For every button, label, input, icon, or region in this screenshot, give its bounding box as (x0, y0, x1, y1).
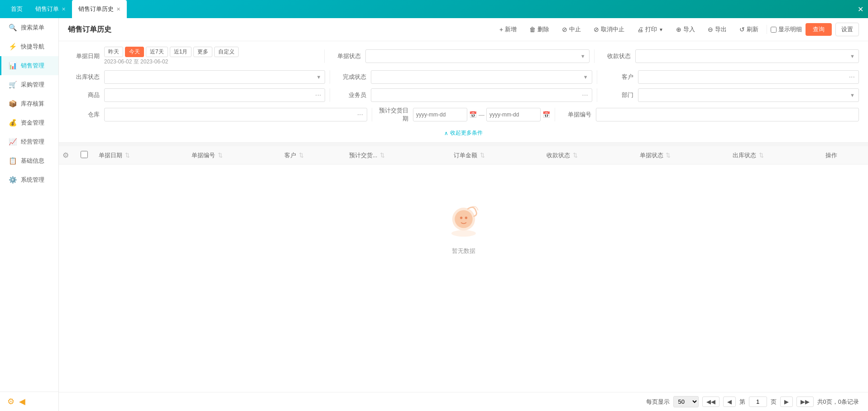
expected-date-from[interactable] (413, 108, 467, 121)
col-amount[interactable]: 订单金额 ⇅ (450, 146, 543, 164)
date-btn-today[interactable]: 今天 (125, 47, 144, 57)
customer-dots-icon[interactable]: ··· (849, 73, 855, 81)
col-number[interactable]: 单据编号 ⇅ (188, 146, 281, 164)
print-dropdown-icon: ▼ (659, 27, 663, 32)
date-btn-7days[interactable]: 近7天 (146, 47, 168, 57)
goods-dots-icon[interactable]: ··· (315, 91, 321, 99)
out-status-select[interactable]: ▼ (104, 70, 325, 84)
date-range-display: 2023-06-02 至 2023-06-02 (104, 58, 239, 66)
operation-icon: 📈 (9, 138, 17, 146)
complete-status-select[interactable]: ▼ (371, 70, 592, 84)
sidebar-item-inventory[interactable]: 📦 库存核算 (0, 94, 58, 113)
sidebar-item-purchase-mgmt[interactable]: 🛒 采购管理 (0, 75, 58, 94)
divider-8 (555, 108, 555, 121)
page-title: 销售订单历史 (68, 25, 111, 34)
warehouse-dots-icon[interactable]: ··· (357, 111, 363, 119)
col-out-status[interactable]: 出库状态 ⇅ (729, 146, 822, 164)
new-button[interactable]: + 新增 (495, 23, 521, 36)
cancel-stop-button[interactable]: ⊘ 取消中止 (589, 23, 629, 36)
col-customer[interactable]: 客户 ⇅ (281, 146, 345, 164)
empty-state-icon (443, 201, 484, 242)
close-sales-order-tab[interactable]: ✕ (62, 6, 66, 12)
page-header: 销售订单历史 + 新增 🗑 删除 ⊘ 中止 ⊘ 取消中止 (59, 18, 868, 41)
sort-number-icon: ⇅ (218, 152, 223, 159)
topbar-close-btn[interactable]: ✕ (858, 5, 863, 14)
prev-page-btn[interactable]: ◀ (723, 396, 736, 407)
date-range-dash: — (479, 111, 484, 118)
query-button[interactable]: 查询 (806, 23, 832, 36)
date-btn-custom[interactable]: 自定义 (214, 47, 239, 57)
date-btn-more[interactable]: 更多 (193, 47, 212, 57)
col-date[interactable]: 单据日期 ⇅ (95, 146, 188, 164)
delete-button[interactable]: 🗑 删除 (525, 23, 554, 36)
divider-5 (330, 88, 330, 102)
bill-status-arrow-icon: ▼ (580, 53, 585, 59)
sidebar: 🔍 搜索菜单 ⚡ 快捷导航 📊 销售管理 🛒 采购管理 📦 库存核算 💰 资金管… (0, 18, 59, 411)
table-settings-button[interactable]: ⚙ (62, 151, 69, 160)
department-select[interactable]: ▼ (638, 88, 859, 102)
salesperson-select[interactable]: ··· (371, 88, 592, 102)
collapse-btn[interactable]: ∧ 收起更多条件 (68, 127, 859, 137)
col-payment-status[interactable]: 收款状态 ⇅ (543, 146, 636, 164)
warehouse-select[interactable]: ··· (104, 108, 367, 121)
stop-button[interactable]: ⊘ 中止 (557, 23, 585, 36)
display-detail-checkbox[interactable] (771, 27, 777, 33)
sidebar-item-sales-mgmt[interactable]: 📊 销售管理 (0, 56, 58, 75)
stop-icon: ⊘ (562, 26, 567, 33)
customer-select[interactable]: ··· (638, 70, 859, 84)
col-bill-status[interactable]: 单据状态 ⇅ (636, 146, 729, 164)
import-button[interactable]: ⊕ 导入 (671, 23, 700, 36)
date-btn-yesterday[interactable]: 昨天 (104, 47, 123, 57)
tab-sales-order[interactable]: 销售订单 ✕ (29, 0, 72, 18)
empty-state: 暂无数据 (59, 164, 868, 291)
tab-sales-order-history[interactable]: 销售订单历史 ✕ (72, 0, 127, 18)
settings-button[interactable]: 设置 (835, 23, 859, 36)
expected-date-to[interactable] (486, 108, 541, 121)
sidebar-bottom: ⚙ ◀ (0, 392, 58, 411)
sidebar-item-finance[interactable]: 💰 资金管理 (0, 113, 58, 132)
print-button[interactable]: 🖨 打印 ▼ (633, 23, 668, 36)
payment-status-select[interactable]: ▼ (635, 49, 859, 63)
payment-status-arrow-icon: ▼ (850, 53, 855, 59)
per-page-select[interactable]: 50 10 20 100 (673, 396, 699, 407)
sidebar-settings-icon[interactable]: ⚙ (7, 396, 14, 406)
sidebar-collapse-icon[interactable]: ◀ (19, 396, 25, 406)
toolbar-divider (767, 25, 767, 34)
sidebar-item-quick-nav[interactable]: ⚡ 快捷导航 (0, 37, 58, 56)
sidebar-item-base-info[interactable]: 📋 基础信息 (0, 151, 58, 170)
bill-number-label: 单据编号 (560, 111, 591, 119)
bill-number-input[interactable] (596, 108, 859, 121)
table-header-row: ⚙ 单据日期 ⇅ 单据编号 ⇅ (59, 146, 868, 164)
sidebar-item-operation[interactable]: 📈 经营管理 (0, 132, 58, 151)
sidebar-item-search-menu[interactable]: 🔍 搜索菜单 (0, 18, 58, 37)
display-detail-checkbox-wrap[interactable]: 显示明细 (771, 25, 802, 34)
data-table: ⚙ 单据日期 ⇅ 单据编号 ⇅ (59, 146, 868, 164)
date-filter-label: 单据日期 (68, 52, 100, 60)
sidebar-item-sys-mgmt[interactable]: ⚙️ 系统管理 (0, 170, 58, 189)
new-icon: + (499, 26, 503, 33)
bill-status-select[interactable]: ▼ (365, 49, 589, 63)
sales-mgmt-icon: 📊 (9, 62, 17, 70)
page-number-input[interactable]: 1 (749, 396, 767, 407)
tab-home[interactable]: 首页 (5, 0, 29, 18)
refresh-button[interactable]: ↺ 刷新 (735, 23, 763, 36)
calendar-to-icon[interactable]: 📅 (542, 111, 550, 118)
select-all-checkbox[interactable] (81, 151, 88, 158)
divider-2 (594, 49, 595, 63)
cancel-stop-icon: ⊘ (594, 26, 599, 33)
close-history-tab[interactable]: ✕ (116, 6, 120, 12)
first-page-btn[interactable]: ◀◀ (702, 396, 719, 407)
divider-7 (372, 108, 372, 121)
date-filter-control: 昨天 今天 近7天 近1月 更多 自定义 2023-06-02 至 2023-0… (104, 47, 320, 66)
next-page-btn[interactable]: ▶ (780, 396, 793, 407)
export-button[interactable]: ⊖ 导出 (703, 23, 731, 36)
calendar-from-icon[interactable]: 📅 (469, 111, 477, 118)
last-page-btn[interactable]: ▶▶ (796, 396, 814, 407)
goods-label: 商品 (68, 91, 100, 99)
goods-select[interactable]: ··· (104, 88, 325, 102)
col-expected-date[interactable]: 预计交货... ⇅ (345, 146, 451, 164)
delete-icon: 🗑 (529, 26, 536, 33)
salesperson-dots-icon[interactable]: ··· (582, 91, 588, 99)
sort-customer-icon: ⇅ (299, 152, 304, 159)
date-btn-1month[interactable]: 近1月 (170, 47, 192, 57)
